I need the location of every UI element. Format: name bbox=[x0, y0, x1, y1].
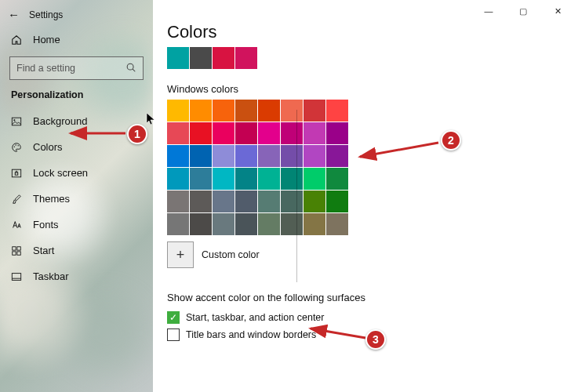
color-swatch[interactable] bbox=[304, 213, 325, 235]
custom-color-label: Custom color bbox=[202, 249, 260, 260]
svg-line-16 bbox=[360, 143, 438, 157]
color-swatch[interactable] bbox=[167, 100, 189, 122]
annotation-badge-2: 2 bbox=[441, 130, 461, 151]
maximize-button[interactable]: ▢ bbox=[506, 2, 540, 20]
color-swatch[interactable] bbox=[213, 145, 234, 167]
color-swatch[interactable] bbox=[326, 145, 348, 167]
windows-colors-label: Windows colors bbox=[167, 83, 578, 95]
color-swatch[interactable] bbox=[167, 122, 189, 144]
svg-rect-9 bbox=[13, 246, 16, 249]
guide-line bbox=[296, 110, 297, 282]
sidebar: ← Settings Home Find a setting Personali… bbox=[0, 0, 153, 392]
color-swatch[interactable] bbox=[235, 213, 257, 235]
color-swatch[interactable] bbox=[326, 122, 348, 144]
color-swatch[interactable] bbox=[304, 145, 325, 167]
checkbox-start-taskbar[interactable]: ✓ Start, taskbar, and action center bbox=[167, 311, 578, 324]
color-swatch[interactable] bbox=[281, 213, 303, 235]
color-swatch[interactable] bbox=[213, 213, 234, 235]
brush-icon bbox=[11, 194, 24, 205]
color-swatch[interactable] bbox=[258, 168, 280, 190]
nav-label: Start bbox=[33, 245, 54, 256]
nav-label: Fonts bbox=[33, 219, 59, 230]
nav-lock-screen[interactable]: Lock screen bbox=[0, 160, 153, 186]
color-swatch[interactable] bbox=[258, 213, 280, 235]
svg-point-4 bbox=[14, 146, 15, 147]
nav-start[interactable]: Start bbox=[0, 238, 153, 263]
annotation-arrow bbox=[67, 125, 130, 144]
palette-icon bbox=[11, 142, 24, 153]
color-swatch[interactable] bbox=[326, 213, 348, 235]
color-swatch[interactable] bbox=[235, 145, 257, 167]
back-button[interactable]: ← bbox=[8, 8, 20, 21]
page-title: Colors bbox=[167, 22, 578, 42]
svg-rect-12 bbox=[17, 251, 20, 254]
color-swatch[interactable] bbox=[235, 168, 257, 190]
svg-point-0 bbox=[127, 64, 133, 70]
color-swatch[interactable] bbox=[326, 191, 348, 212]
svg-rect-10 bbox=[17, 246, 20, 249]
color-swatch[interactable] bbox=[326, 100, 348, 122]
nav-home[interactable]: Home bbox=[0, 27, 153, 52]
surfaces-heading: Show accent color on the following surfa… bbox=[167, 292, 578, 303]
recent-color-swatch[interactable] bbox=[167, 47, 189, 69]
color-swatch[interactable] bbox=[213, 191, 234, 212]
color-swatch[interactable] bbox=[235, 122, 257, 144]
color-swatch[interactable] bbox=[281, 191, 303, 212]
annotation-badge-3: 3 bbox=[365, 329, 386, 350]
color-swatch[interactable] bbox=[235, 191, 257, 212]
svg-point-5 bbox=[15, 144, 16, 145]
color-swatch[interactable] bbox=[190, 191, 212, 212]
color-swatch[interactable] bbox=[167, 168, 189, 190]
search-placeholder: Find a setting bbox=[16, 63, 75, 74]
search-input[interactable]: Find a setting bbox=[9, 56, 144, 80]
minimize-button[interactable]: — bbox=[471, 2, 506, 20]
color-swatch[interactable] bbox=[304, 168, 325, 190]
color-swatch[interactable] bbox=[281, 122, 303, 144]
annotation-arrow bbox=[307, 325, 370, 346]
font-icon bbox=[11, 220, 24, 230]
color-swatch[interactable] bbox=[281, 145, 303, 167]
color-swatch[interactable] bbox=[304, 122, 325, 144]
color-swatch[interactable] bbox=[326, 168, 348, 190]
nav-themes[interactable]: Themes bbox=[0, 186, 153, 212]
checkbox-icon: ✓ bbox=[167, 311, 180, 324]
color-swatch[interactable] bbox=[213, 100, 234, 122]
color-swatch[interactable] bbox=[167, 145, 189, 167]
nav-label: Taskbar bbox=[33, 270, 69, 282]
svg-line-1 bbox=[133, 69, 135, 71]
image-icon bbox=[11, 116, 24, 127]
color-swatch[interactable] bbox=[281, 168, 303, 190]
color-swatch[interactable] bbox=[190, 145, 212, 167]
recent-color-swatch[interactable] bbox=[235, 47, 257, 69]
recent-color-swatch[interactable] bbox=[213, 47, 234, 69]
color-swatch[interactable] bbox=[258, 100, 280, 122]
color-swatch[interactable] bbox=[213, 122, 234, 144]
svg-rect-13 bbox=[12, 273, 20, 280]
color-swatch[interactable] bbox=[167, 191, 189, 212]
search-icon bbox=[125, 62, 136, 75]
nav-taskbar[interactable]: Taskbar bbox=[0, 263, 153, 289]
color-swatch[interactable] bbox=[190, 168, 212, 190]
window-title: Settings bbox=[29, 9, 63, 20]
color-swatch[interactable] bbox=[258, 191, 280, 212]
color-swatch[interactable] bbox=[190, 122, 212, 144]
checkbox-icon bbox=[167, 328, 180, 341]
color-swatch[interactable] bbox=[258, 145, 280, 167]
section-label: Personalization bbox=[0, 88, 153, 108]
svg-rect-11 bbox=[13, 251, 16, 254]
color-swatch[interactable] bbox=[167, 213, 189, 235]
color-swatch[interactable] bbox=[235, 100, 257, 122]
custom-color-button[interactable]: + bbox=[167, 241, 194, 268]
recent-color-swatch[interactable] bbox=[190, 47, 212, 69]
color-swatch[interactable] bbox=[213, 168, 234, 190]
color-swatch[interactable] bbox=[304, 191, 325, 212]
color-swatch[interactable] bbox=[304, 100, 325, 122]
checkbox-label: Start, taskbar, and action center bbox=[186, 312, 325, 323]
color-swatch[interactable] bbox=[258, 122, 280, 144]
color-swatch[interactable] bbox=[190, 213, 212, 235]
close-button[interactable]: ✕ bbox=[540, 2, 575, 20]
color-swatch[interactable] bbox=[190, 100, 212, 122]
mouse-cursor bbox=[146, 112, 157, 129]
nav-fonts[interactable]: Fonts bbox=[0, 212, 153, 238]
color-swatch[interactable] bbox=[281, 100, 303, 122]
